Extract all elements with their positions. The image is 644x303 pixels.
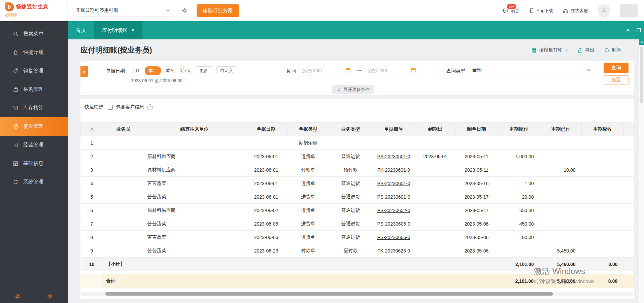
cell-doc-no-link[interactable]: PS-20230601-0 (372, 150, 415, 163)
cell-payable: 1.00 (498, 177, 540, 190)
sidebar-item-base-info[interactable]: 基础信息 (0, 154, 68, 173)
cell-doc-no-link[interactable]: PS-20230601-0 (372, 190, 415, 204)
close-all-tabs-icon[interactable]: × (626, 27, 630, 34)
table-row[interactable]: 9 苦苦蔬菜 2023-06-23 付款单 应付款 FK-20230623-0 … (81, 244, 634, 258)
cell-doc-date: 2023-06-06 (245, 217, 287, 231)
chevron-down-icon: ∨ (565, 48, 568, 53)
search-button[interactable]: 查询 (604, 63, 629, 73)
period-from-input[interactable] (303, 67, 340, 73)
fullscreen-icon[interactable] (637, 28, 641, 32)
table-row[interactable]: 8 苦苦蔬菜 2023-06-06 进货单 普通进货 PS-20230606-0… (81, 231, 634, 244)
sidebar-item-business[interactable]: 经营管理 (0, 136, 68, 154)
online-service-button[interactable]: 在线客服 (563, 8, 588, 14)
table-row[interactable]: 1 期初余额 (81, 136, 634, 150)
print-template-button[interactable]: 按模板打印 ∨ (531, 47, 568, 53)
money-coin-icon (13, 124, 19, 129)
settings-button[interactable]: 设置 (604, 75, 629, 85)
cell-partner: 原材料供应商 (144, 163, 245, 177)
row-number: 7 (81, 217, 103, 231)
experience-plan-button[interactable]: 体验行业方案 (197, 4, 239, 17)
include-customer-checkbox[interactable] (108, 105, 113, 110)
settings-gear-icon[interactable] (15, 293, 21, 299)
export-button[interactable]: 导出 (577, 47, 595, 53)
cell-payable (498, 136, 540, 150)
range-this-year[interactable]: 本年 (166, 68, 175, 74)
expand-more-conditions[interactable]: 展开更多条件 (332, 85, 374, 94)
cell-paid (540, 217, 582, 231)
range-last-month[interactable]: 上月 (131, 68, 140, 74)
cell-partner: 苦苦蔬菜 (144, 217, 245, 231)
cell-doc-no-link[interactable]: PS-20230606-0 (372, 231, 415, 244)
home-icon (13, 49, 19, 55)
cell-due-date: 2023-06-01 (415, 150, 455, 163)
user-avatar[interactable] (598, 4, 610, 17)
cell-payable (498, 163, 540, 177)
tab-payable-detail[interactable]: 应付明细账 × (94, 21, 142, 39)
period-to-input[interactable] (368, 67, 405, 73)
horizontal-scrollbar-thumb[interactable] (105, 292, 553, 296)
vertical-scrollbar[interactable] (639, 39, 644, 303)
period-to-field[interactable] (367, 65, 418, 75)
query-type-select[interactable]: 全部 (470, 65, 594, 75)
sidebar-item-inventory[interactable]: 库存核算 (0, 99, 68, 117)
table-row[interactable]: 7 苦苦蔬菜 2023-06-06 进货单 普通进货 PS-20230606-0… (81, 217, 634, 231)
table-row[interactable]: 4 苦苦蔬菜 2023-06-01 进货单 普通进货 PS-20230601-0… (81, 177, 634, 190)
sidebar-item-system[interactable]: 系统管理 (0, 173, 68, 191)
range-custom[interactable]: 自定义 (216, 66, 236, 75)
cell-doc-no-link[interactable]: PS-20230601-0 (372, 177, 415, 190)
user-menu-placeholder[interactable] (620, 4, 638, 18)
query-type-value: 全部 (472, 67, 482, 73)
vertical-scrollbar-thumb[interactable] (640, 46, 643, 104)
calendar-icon[interactable] (411, 67, 416, 73)
cell-doc-date: 2023-06-01 (245, 190, 287, 204)
subtotal-row[interactable]: 10 【小计】 2,101.00 5,460.00 0.00 (81, 258, 634, 271)
grand-total-row: 合计 2,101.00 5,460.00 0.00 (80, 274, 634, 288)
gear-icon[interactable] (181, 7, 188, 14)
sidebar-item-label: 库存核算 (23, 105, 43, 111)
sidebar-item-quick-nav[interactable]: 快捷导航 (0, 43, 68, 62)
cell-doc-date: 2023-06-23 (245, 244, 287, 258)
brand-logo[interactable]: b 畅捷通好生意 标准版 (0, 0, 68, 21)
messages-button[interactable]: 99+ 消息 (503, 8, 519, 14)
horizontal-scrollbar[interactable] (81, 292, 633, 296)
sidebar-item-sales[interactable]: 销售管理 (0, 62, 68, 80)
cell-make-date: 2023-05-11 (455, 163, 498, 177)
cell-doc-no-link[interactable]: FK-20230623-0 (372, 244, 415, 258)
app-download-button[interactable]: App下载 (529, 8, 553, 14)
account-set-select[interactable]: 开账日期可停用可删 (74, 5, 173, 17)
sidebar-item-funds[interactable]: 资金管理 (0, 117, 68, 136)
sidebar-item-search-menu[interactable]: 搜索菜单 (0, 25, 68, 43)
cell-biz-type: 普通进货 (329, 231, 372, 244)
range-more[interactable]: 更多 (196, 66, 211, 75)
range-7days[interactable]: 近7天 (180, 68, 191, 74)
column-settings-gear-icon[interactable] (81, 123, 103, 136)
include-customer-label: 包含客户信息 (116, 104, 144, 110)
help-question-icon[interactable] (147, 104, 153, 110)
sidebar-item-label: 销售管理 (23, 68, 43, 74)
collapse-panel-icon[interactable]: » (80, 66, 88, 77)
scroll-up-button[interactable] (639, 39, 644, 45)
range-this-month[interactable]: 本月 (145, 66, 161, 75)
cell-doc-no-link[interactable]: FK-20230601-0 (372, 163, 415, 177)
table-row[interactable]: 2 原材料供应商 2023-06-01 进货单 普通进货 PS-20230601… (81, 150, 634, 163)
refresh-button[interactable]: 刷新 (604, 47, 621, 53)
calendar-icon[interactable] (345, 67, 351, 73)
sidebar-item-purchase[interactable]: 采购管理 (0, 80, 68, 99)
tab-home[interactable]: 首页 (68, 21, 94, 39)
cell-doc-no-link[interactable]: PS-20230602-0 (372, 204, 415, 217)
topbar: b 畅捷通好生意 标准版 开账日期可停用可删 体验行业方案 99+ 消息 (0, 0, 644, 21)
cell-due-date (415, 258, 455, 271)
cell-salesperson (103, 150, 144, 163)
cell-doc-type: 期初余额 (287, 136, 329, 150)
table-row[interactable]: 3 原材料供应商 2023-06-01 付款单 预付款 FK-20230601-… (81, 163, 634, 177)
cell-paid (540, 150, 582, 163)
cell-doc-no-link[interactable]: PS-20230606-0 (372, 217, 415, 231)
speaker-icon[interactable] (47, 293, 53, 299)
period-from-field[interactable] (301, 65, 352, 75)
table-row[interactable]: 5 苦苦蔬菜 2023-06-01 进货单 普通进货 PS-20230601-0… (81, 190, 634, 204)
tab-close-icon[interactable]: × (131, 27, 134, 33)
table-row[interactable]: 6 原材料供应商 2023-06-02 进货单 普通进货 PS-20230602… (81, 204, 634, 217)
sidebar-item-label: 资金管理 (23, 123, 43, 130)
account-set-value: 开账日期可停用可删 (76, 7, 118, 13)
cell-make-date: 2023-05-11 (455, 204, 498, 217)
